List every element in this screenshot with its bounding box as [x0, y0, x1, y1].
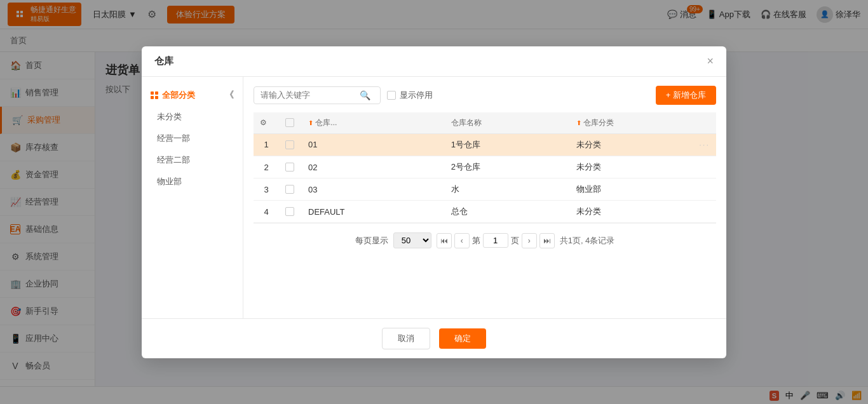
modal-body: 全部分类 《 未分类 经营一部 经营二部 物业部 — [142, 77, 726, 318]
row-checkbox-cell[interactable] — [279, 201, 302, 223]
sort-asc-icon2: ⬆ — [576, 119, 581, 126]
category-label: 经营一部 — [157, 133, 190, 143]
modal-close-button[interactable]: × — [707, 55, 714, 67]
table-row[interactable]: 2022号仓库未分类 — [254, 156, 716, 178]
next-page-button[interactable]: › — [522, 233, 537, 248]
search-box: 🔍 — [254, 86, 381, 104]
category-item-dept2[interactable]: 经营二部 — [142, 149, 243, 171]
modal-header: 仓库 × — [142, 46, 726, 77]
search-input[interactable] — [261, 90, 356, 100]
last-page-button[interactable]: ⏭ — [539, 233, 555, 248]
row-category: 未分类··· — [570, 134, 716, 156]
pagination: 每页显示 50 10 20 100 ⏮ ‹ 第 页 › ⏭ — [254, 223, 716, 257]
category-label: 未分类 — [157, 112, 182, 121]
col-header-category: ⬆ 仓库分类 — [570, 112, 716, 134]
category-sidebar: 全部分类 《 未分类 经营一部 经营二部 物业部 — [142, 77, 243, 318]
modal-toolbar: 🔍 显示停用 + 新增仓库 — [254, 86, 716, 105]
row-code: 01 — [302, 133, 445, 156]
row-category: 物业部 — [570, 178, 716, 201]
modal-overlay: 仓库 × 全部分类 《 未分类 — [0, 0, 868, 404]
row-code: DEFAULT — [302, 201, 445, 223]
row-name: 水 — [445, 178, 570, 201]
warehouse-table: ⚙ ⬆ 仓库... 仓库名称 — [254, 112, 716, 224]
table-row[interactable]: 303水物业部 — [254, 178, 716, 201]
category-item-dept1[interactable]: 经营一部 — [142, 128, 243, 149]
row-category: 未分类 — [570, 201, 716, 223]
col-header-check — [279, 112, 302, 134]
grid-icon — [151, 91, 158, 99]
category-item-uncategorized[interactable]: 未分类 — [142, 106, 243, 128]
per-page-select[interactable]: 50 10 20 100 — [393, 232, 431, 248]
row-category: 未分类 — [570, 156, 716, 178]
warehouse-modal: 仓库 × 全部分类 《 未分类 — [142, 46, 726, 358]
row-checkbox[interactable] — [285, 207, 294, 216]
page-nav: ⏮ ‹ 第 页 › ⏭ — [437, 233, 555, 248]
search-icon[interactable]: 🔍 — [360, 90, 370, 100]
category-item-property[interactable]: 物业部 — [142, 171, 243, 192]
show-disabled-label: 显示停用 — [400, 90, 433, 101]
prev-page-button[interactable]: ‹ — [454, 233, 470, 248]
row-code: 02 — [302, 156, 445, 178]
row-checkbox-cell[interactable] — [279, 178, 302, 201]
table-body: 1011号仓库未分类···2022号仓库未分类303水物业部4DEFAULT总仓… — [254, 133, 716, 223]
table-row[interactable]: 4DEFAULT总仓未分类 — [254, 201, 716, 223]
row-code: 03 — [302, 178, 445, 201]
row-number: 1 — [254, 133, 279, 156]
show-disabled-checkbox[interactable]: 显示停用 — [387, 90, 433, 101]
row-number: 2 — [254, 156, 279, 178]
category-all[interactable]: 全部分类 《 — [142, 84, 243, 106]
row-checkbox-cell[interactable] — [279, 156, 302, 178]
row-checkbox[interactable] — [285, 163, 294, 172]
col-name-label: 仓库名称 — [451, 118, 482, 127]
row-name: 2号仓库 — [445, 156, 570, 178]
gear-icon[interactable]: ⚙ — [260, 118, 267, 127]
col-header-gear: ⚙ — [254, 112, 279, 134]
row-name: 1号仓库 — [445, 133, 570, 156]
page-label: 第 — [472, 235, 480, 246]
page-total: 共1页, 4条记录 — [560, 235, 615, 246]
row-action-dots[interactable]: ··· — [699, 140, 710, 149]
sort-asc-icon: ⬆ — [308, 119, 313, 126]
modal-footer: 取消 确定 — [142, 318, 726, 358]
col-header-code: ⬆ 仓库... — [302, 112, 445, 134]
row-name: 总仓 — [445, 201, 570, 223]
col-header-name: 仓库名称 — [445, 112, 570, 134]
col-category-label: 仓库分类 — [583, 118, 614, 127]
cancel-button[interactable]: 取消 — [382, 328, 430, 349]
disabled-checkbox[interactable] — [387, 91, 396, 100]
table-header-row: ⚙ ⬆ 仓库... 仓库名称 — [254, 112, 716, 134]
page-end-label: 页 — [511, 235, 519, 246]
row-checkbox[interactable] — [285, 185, 294, 194]
add-warehouse-button[interactable]: + 新增仓库 — [656, 86, 716, 105]
select-all-checkbox[interactable] — [285, 118, 294, 127]
modal-table-section: 🔍 显示停用 + 新增仓库 ⚙ — [243, 77, 726, 318]
page-number-input[interactable] — [483, 233, 508, 248]
row-number: 3 — [254, 178, 279, 201]
row-checkbox[interactable] — [285, 140, 294, 149]
category-label: 物业部 — [157, 177, 182, 186]
row-checkbox-cell[interactable] — [279, 133, 302, 156]
modal-title: 仓库 — [154, 55, 173, 67]
col-code-label: 仓库... — [315, 118, 337, 127]
confirm-button[interactable]: 确定 — [439, 328, 486, 349]
per-page-label: 每页显示 — [355, 235, 388, 246]
category-collapse-button[interactable]: 《 — [225, 90, 234, 101]
table-row[interactable]: 1011号仓库未分类··· — [254, 133, 716, 156]
category-label: 经营二部 — [157, 155, 190, 165]
first-page-button[interactable]: ⏮ — [437, 233, 452, 248]
row-number: 4 — [254, 201, 279, 223]
category-all-label: 全部分类 — [162, 90, 195, 101]
